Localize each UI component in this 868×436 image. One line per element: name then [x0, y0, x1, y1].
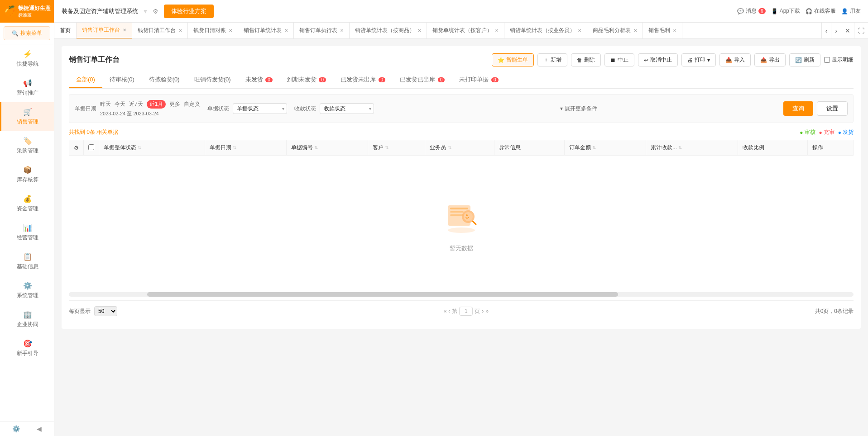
smart-create-button[interactable]: ⭐ 智能生单 [492, 53, 534, 66]
sort-customer-icon[interactable]: ⇅ [385, 145, 388, 150]
tab-close-summary-product[interactable]: ✕ [417, 28, 421, 33]
set-button[interactable]: 设置 [817, 101, 848, 116]
sort-staff-icon[interactable]: ⇅ [448, 145, 451, 150]
tab-product-margin[interactable]: 商品毛利分析表 ✕ [587, 23, 643, 39]
sort-number-icon[interactable]: ⇅ [314, 145, 318, 150]
sidebar-item-guide[interactable]: 🎯 新手引导 [0, 334, 54, 363]
sub-tab-pending-check[interactable]: 待拣验货(0) [142, 72, 187, 88]
tab-close-sales-workbench[interactable]: ✕ [123, 28, 126, 33]
expand-more-btn[interactable]: ▾ 展开更多条件 [560, 105, 597, 113]
sub-tab-expired-not-shipped[interactable]: 到期未发货 0 [280, 72, 333, 88]
tab-close-summary-staff[interactable]: ✕ [578, 28, 581, 33]
date-opt-today[interactable]: 今天 [115, 100, 125, 108]
user-menu-btn[interactable]: 👤 用友 [841, 7, 861, 15]
add-button[interactable]: ＋ 新增 [537, 53, 567, 66]
export-button[interactable]: 📤 导出 [754, 53, 786, 66]
sidebar-item-quick-nav[interactable]: ⚡ 快捷导航 [0, 44, 54, 73]
sort-amount-icon[interactable]: ⇅ [592, 145, 596, 150]
sidebar-item-purchase[interactable]: 🏷️ 采购管理 [0, 131, 54, 160]
not-printed-badge: 0 [491, 77, 499, 82]
date-opt-custom[interactable]: 自定义 [184, 100, 200, 108]
tab-fullscreen[interactable]: ⛶ [854, 23, 868, 39]
tab-close-all[interactable]: ✕ [841, 23, 854, 39]
tab-cash-daily[interactable]: 钱货日清工作台 ✕ [132, 23, 188, 39]
horizontal-scroll-thumb[interactable] [147, 292, 618, 297]
tab-close-cash-reconcile[interactable]: ✕ [229, 28, 232, 33]
sub-tab-pending-review[interactable]: 待审核(0) [102, 72, 142, 88]
page-last-btn[interactable]: » [485, 308, 489, 314]
page-size-select[interactable]: 10 20 50 100 [94, 306, 117, 316]
tab-scroll-left[interactable]: ‹ [821, 23, 831, 39]
tab-sales-summary-staff[interactable]: 销货单统计表（按业务员） ✕ [504, 23, 587, 39]
sidebar-item-basic-info[interactable]: 📋 基础信息 [0, 247, 54, 276]
sub-tab-shipped-out[interactable]: 已发货已出库 0 [393, 72, 452, 88]
query-button[interactable]: 查询 [783, 101, 813, 116]
sub-tab-all[interactable]: 全部(0) [69, 72, 102, 88]
payment-select-wrapper: 收款状态 [320, 103, 374, 114]
settings-button[interactable]: ⚙️ [12, 425, 20, 432]
tab-close-cash-daily[interactable]: ✕ [178, 28, 182, 33]
sub-tab-not-shipped[interactable]: 未发货 0 [238, 72, 280, 88]
delete-button[interactable]: 🗑 删除 [571, 53, 601, 66]
sort-status-icon[interactable]: ⇅ [138, 145, 141, 150]
sub-tab-shipped-not-out[interactable]: 已发货未出库 0 [333, 72, 393, 88]
sidebar-item-operations[interactable]: 📊 经营管理 [0, 218, 54, 247]
config-icon[interactable]: ⚙ [74, 145, 79, 151]
page-first-btn[interactable]: « [444, 308, 447, 314]
refresh-button[interactable]: 🔄 刷新 [789, 53, 820, 66]
current-page-input[interactable]: 1 [459, 307, 473, 316]
tab-close-sales-stats[interactable]: ✕ [284, 28, 288, 33]
payment-select[interactable]: 收款状态 [320, 103, 374, 114]
select-all-checkbox[interactable] [88, 144, 94, 150]
online-service-btn[interactable]: 🎧 在线客服 [806, 7, 836, 15]
review-btn[interactable]: ● 审核 [800, 128, 815, 136]
tab-sales-more[interactable]: 销售毛利 ✕ [643, 23, 682, 39]
sidebar-item-marketing[interactable]: 📢 营销推广 [0, 73, 54, 102]
date-opt-yesterday[interactable]: 昨天 [100, 100, 111, 108]
print-button[interactable]: 🖨 打印 ▾ [681, 53, 716, 66]
tab-sales-summary-customer[interactable]: 销货单统计表（按客户） ✕ [427, 23, 504, 39]
tab-home[interactable]: 首页 [54, 23, 77, 39]
sidebar-item-system[interactable]: ⚙️ 系统管理 [0, 276, 54, 305]
trial-btn[interactable]: 体验行业方案 [164, 5, 214, 18]
tab-sales-stats[interactable]: 销售订单统计表 ✕ [238, 23, 294, 39]
stop-button[interactable]: ⏹ 中止 [604, 53, 634, 66]
sort-date-icon[interactable]: ⇅ [233, 145, 236, 150]
tab-sales-workbench[interactable]: 销售订单工作台 ✕ [77, 23, 132, 39]
sidebar-item-sales[interactable]: 🛒 销售管理 [0, 102, 54, 131]
sidebar-item-finance[interactable]: 💰 资金管理 [0, 189, 54, 218]
search-menu-button[interactable]: 🔍 搜索菜单 [4, 26, 50, 40]
date-opt-7days[interactable]: 近7天 [129, 100, 143, 108]
message-btn[interactable]: 💬 消息 6 [737, 7, 766, 15]
tab-close-product-margin[interactable]: ✕ [633, 28, 637, 33]
collapse-button[interactable]: ◀ [37, 425, 42, 432]
show-detail-label[interactable]: 显示明细 [824, 56, 854, 64]
tab-close-sales-exec[interactable]: ✕ [340, 28, 344, 33]
th-amount: 订单金额 ⇅ [564, 140, 646, 156]
app-download-btn[interactable]: 📱 App下载 [771, 7, 800, 15]
sort-received-icon[interactable]: ⇅ [678, 145, 682, 150]
tab-sales-exec[interactable]: 销售订单执行表 ✕ [294, 23, 350, 39]
show-detail-checkbox[interactable] [824, 57, 830, 63]
tab-close-sales-more[interactable]: ✕ [673, 28, 676, 33]
sidebar-item-inventory[interactable]: 📦 库存核算 [0, 160, 54, 189]
page-prev-btn[interactable]: ‹ [448, 308, 450, 314]
gear-icon[interactable]: ⚙ [153, 8, 158, 15]
sidebar-search-area: 🔍 搜索菜单 [0, 23, 54, 44]
page-next-btn[interactable]: › [482, 308, 484, 314]
import-button[interactable]: 📥 导入 [719, 53, 751, 66]
tab-cash-reconcile[interactable]: 钱货日清对账 ✕ [188, 23, 238, 39]
sidebar-item-enterprise[interactable]: 🏢 企业协同 [0, 305, 54, 334]
horizontal-scrollbar[interactable] [69, 292, 854, 297]
tab-scroll-right[interactable]: › [831, 23, 841, 39]
sub-tab-wangpu-shipping[interactable]: 旺铺待发货(0) [187, 72, 238, 88]
cancel-stop-button[interactable]: ↩ 取消中止 [638, 53, 678, 66]
tab-close-summary-customer[interactable]: ✕ [495, 28, 499, 33]
date-opt-1month[interactable]: 近1月 [147, 100, 166, 109]
send-goods-btn[interactable]: ● 发货 [838, 128, 854, 136]
cancel-review-btn[interactable]: ● 充审 [819, 128, 834, 136]
date-opt-more[interactable]: 更多 [169, 100, 180, 108]
sub-tab-not-printed[interactable]: 未打印单据 0 [452, 72, 505, 88]
tab-sales-summary-product[interactable]: 销货单统计表（按商品） ✕ [350, 23, 427, 39]
status-select[interactable]: 单据状态 [233, 103, 287, 114]
